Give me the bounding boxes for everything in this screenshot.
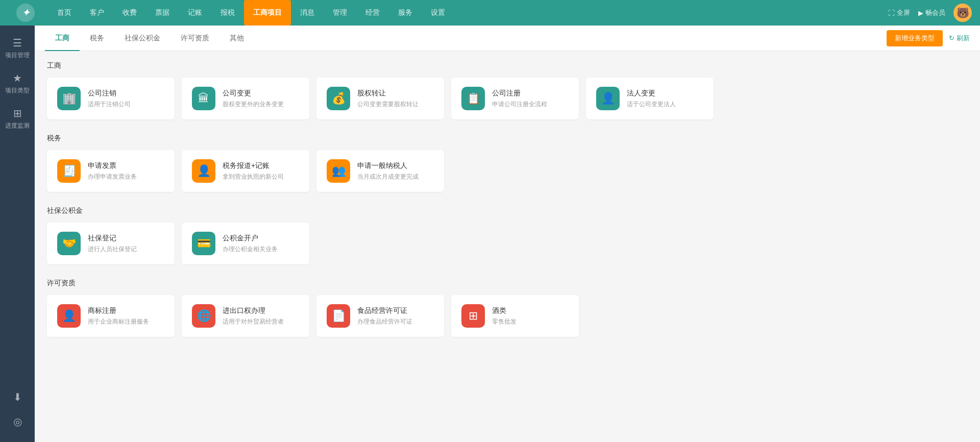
sidebar-item-project-type[interactable]: ★ 项目类型 (0, 66, 35, 101)
tab-shuiwu[interactable]: 税务 (80, 26, 114, 51)
card-invoice-apply[interactable]: 🧾 申请发票 办理申请发票业务 (47, 150, 175, 192)
card-info: 酒类 零售批发 (492, 306, 569, 326)
tab-other[interactable]: 其他 (219, 26, 254, 51)
cards-grid-shebao: 🤝 社保登记 进行人员社保登记 💳 公积金开户 办理公积金相关业务 (47, 223, 968, 264)
content-area: 工商 税务 社保公积金 许可资质 其他 新增业务类型 ↻ 刷新 工商 🏢 (35, 26, 980, 442)
card-title: 税务报道+记账 (223, 161, 299, 170)
nav-item-首页[interactable]: 首页 (48, 0, 81, 26)
card-info: 股权转让 公司变更需要股权转让 (357, 89, 434, 109)
project-management-icon: ☰ (13, 37, 22, 49)
company-change-icon: 🏛 (192, 87, 215, 110)
card-desc: 办理公积金相关业务 (223, 245, 299, 254)
card-title: 商标注册 (88, 306, 164, 315)
card-equity-transfer[interactable]: 💰 股权转让 公司变更需要股权转让 (316, 78, 444, 119)
vip-icon: ▶ (918, 9, 923, 17)
card-title: 酒类 (492, 306, 569, 315)
fullscreen-icon: ⛶ (888, 9, 895, 17)
card-desc: 当月或次月成变更完成 (357, 173, 434, 181)
card-title: 法人变更 (627, 89, 703, 98)
nav-item-客户[interactable]: 客户 (81, 0, 113, 26)
card-title: 公司变更 (223, 89, 299, 98)
section-title-shebao: 社保公积金 (47, 206, 968, 215)
nav-item-收费[interactable]: 收费 (113, 0, 146, 26)
nav-item-票据[interactable]: 票据 (146, 0, 179, 26)
card-desc: 适于公司变更法人 (627, 100, 703, 109)
provident-fund-icon: 💳 (192, 232, 215, 255)
tab-gongshang[interactable]: 工商 (45, 26, 80, 51)
nav-item-服务[interactable]: 服务 (389, 0, 422, 26)
vip-label: 畅会员 (925, 8, 945, 17)
project-type-icon: ★ (13, 72, 22, 84)
nav-item-设置[interactable]: 设置 (422, 0, 454, 26)
nav-item-管理[interactable]: 管理 (324, 0, 356, 26)
nav-item-工商项目[interactable]: 工商项目 (244, 0, 291, 26)
card-general-taxpayer[interactable]: 👥 申请一般纳税人 当月或次月成变更完成 (316, 150, 444, 192)
fullscreen-button[interactable]: ⛶ 全屏 (888, 8, 910, 17)
card-alcohol[interactable]: ⊞ 酒类 零售批发 (451, 295, 579, 337)
card-trademark[interactable]: 👤 商标注册 用于企业商标注册服务 (47, 295, 175, 337)
card-info: 税务报道+记账 拿到营业执照的新公司 (223, 161, 299, 181)
alcohol-icon: ⊞ (461, 304, 485, 328)
nav-item-记账[interactable]: 记账 (179, 0, 211, 26)
card-desc: 股权变更外的业务变更 (223, 100, 299, 109)
card-company-cancel[interactable]: 🏢 公司注销 适用于注销公司 (47, 78, 175, 119)
nav-item-报税[interactable]: 报税 (211, 0, 244, 26)
card-info: 公司注销 适用于注销公司 (88, 89, 164, 109)
card-title: 申请发票 (88, 161, 164, 170)
tab-xuke[interactable]: 许可资质 (170, 26, 219, 51)
download-icon: ⬇ (13, 391, 22, 403)
sidebar-item-label: 进度监测 (5, 121, 30, 130)
cards-grid-gongshang: 🏢 公司注销 适用于注销公司 🏛 公司变更 股权变更外的业务变更 💰 (47, 78, 968, 119)
card-company-register[interactable]: 📋 公司注册 申请公司注册全流程 (451, 78, 579, 119)
card-food-license[interactable]: 📄 食品经营许可证 办理食品经营许可证 (316, 295, 444, 337)
logo-icon: ✦ (16, 4, 35, 22)
card-social-insurance[interactable]: 🤝 社保登记 进行人员社保登记 (47, 223, 175, 264)
invoice-apply-icon: 🧾 (57, 159, 81, 183)
social-insurance-icon: 🤝 (57, 232, 81, 255)
company-cancel-icon: 🏢 (57, 87, 81, 110)
sidebar-item-progress[interactable]: ⊞ 进度监测 (0, 101, 35, 136)
card-title: 社保登记 (88, 234, 164, 243)
card-title: 公司注销 (88, 89, 164, 98)
nav-item-经营[interactable]: 经营 (356, 0, 389, 26)
card-info: 食品经营许可证 办理食品经营许可证 (357, 306, 434, 326)
card-info: 公司变更 股权变更外的业务变更 (223, 89, 299, 109)
card-desc: 用于企业商标注册服务 (88, 317, 164, 326)
card-desc: 拿到营业执照的新公司 (223, 173, 299, 181)
logo-area: ✦ (8, 4, 43, 22)
import-export-icon: 🌐 (192, 304, 215, 328)
card-desc: 进行人员社保登记 (88, 245, 164, 254)
sidebar: ☰ 项目管理 ★ 项目类型 ⊞ 进度监测 ⬇ ◎ (0, 26, 35, 442)
refresh-label: 刷新 (957, 34, 970, 43)
card-desc: 适用于注销公司 (88, 100, 164, 109)
tab-shebao[interactable]: 社保公积金 (114, 26, 170, 51)
legal-change-icon: 👤 (596, 87, 620, 110)
card-title: 食品经营许可证 (357, 306, 434, 315)
section-title-shuiwu: 税务 (47, 134, 968, 143)
card-info: 法人变更 适于公司变更法人 (627, 89, 703, 109)
card-title: 公司注册 (492, 89, 569, 98)
card-import-export[interactable]: 🌐 进出口权办理 适用于对外贸易经营者 (182, 295, 309, 337)
cards-grid-xuke: 👤 商标注册 用于企业商标注册服务 🌐 进出口权办理 适用于对外贸易经营者 📄 (47, 295, 968, 337)
refresh-icon: ↻ (949, 34, 954, 42)
card-desc: 申请公司注册全流程 (492, 100, 569, 109)
card-legal-change[interactable]: 👤 法人变更 适于公司变更法人 (586, 78, 714, 119)
refresh-button[interactable]: ↻ 刷新 (949, 34, 970, 43)
card-provident-fund[interactable]: 💳 公积金开户 办理公积金相关业务 (182, 223, 309, 264)
sidebar-item-download[interactable]: ⬇ (0, 385, 35, 409)
card-desc: 零售批发 (492, 317, 569, 326)
new-type-button[interactable]: 新增业务类型 (887, 30, 943, 46)
card-info: 进出口权办理 适用于对外贸易经营者 (223, 306, 299, 326)
vip-button[interactable]: ▶ 畅会员 (918, 8, 945, 17)
nav-item-消息[interactable]: 消息 (291, 0, 324, 26)
sidebar-item-project-management[interactable]: ☰ 项目管理 (0, 31, 35, 66)
equity-transfer-icon: 💰 (327, 87, 350, 110)
tax-report-icon: 👤 (192, 159, 215, 183)
card-tax-report[interactable]: 👤 税务报道+记账 拿到营业执照的新公司 (182, 150, 309, 192)
sidebar-item-settings[interactable]: ◎ (0, 409, 35, 434)
card-company-change[interactable]: 🏛 公司变更 股权变更外的业务变更 (182, 78, 309, 119)
settings-icon: ◎ (13, 415, 22, 428)
sidebar-item-label: 项目类型 (5, 86, 30, 95)
progress-icon: ⊞ (13, 107, 22, 119)
avatar[interactable]: 🐻 (953, 4, 972, 22)
